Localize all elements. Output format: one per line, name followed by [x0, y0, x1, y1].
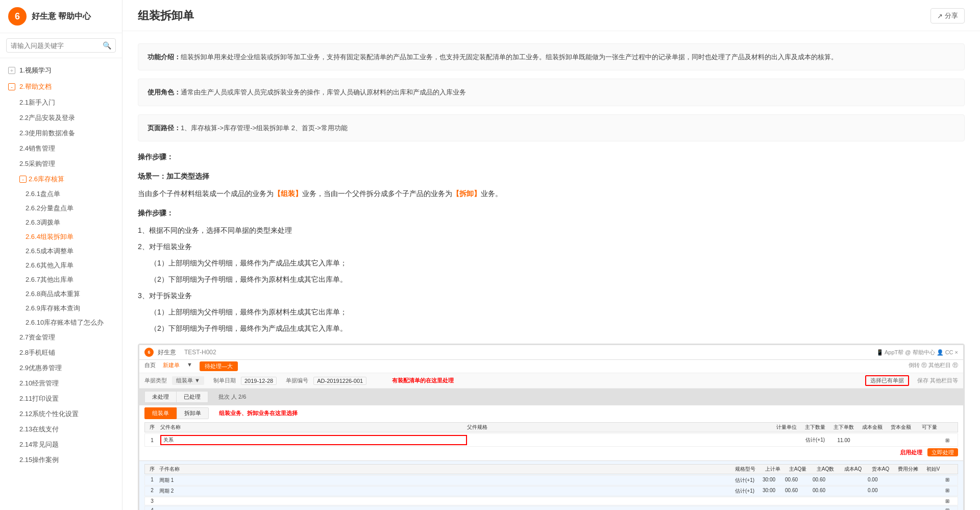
step3-1: （1）上部明细为父件明细，最终作为原材料生成其它出库单；: [138, 305, 965, 319]
collapse-icon-2.6: -: [19, 176, 27, 183]
ss-icons: 📱 AppT帮 @ 帮助中心 👤 CC ×: [876, 349, 959, 356]
ss-form-region: 组装单 拆卸单 组装业务、拆卸业务在这里选择 序 父件名称 父件规格 计量单位 …: [139, 405, 963, 460]
nav-children-docs: 2.1新手入门 2.2产品安装及登录 2.3使用前数据准备 2.4销售管理 2.…: [0, 95, 122, 468]
ss-logo-icon: 6: [144, 348, 154, 357]
nav-tree: + 1.视频学习 - 2.帮助文档 2.1新手入门 2.2产品安装及登录 2.3…: [0, 58, 122, 510]
share-icon: ↗: [937, 12, 943, 20]
ss-menu-newdoc: 新建单: [163, 361, 180, 371]
ss-app-name: 好生意: [158, 348, 176, 357]
ss-menu-home: 自页: [144, 361, 156, 371]
sidebar-item-2.9[interactable]: 2.9优惠券管理: [19, 360, 122, 376]
sidebar-item-2.7[interactable]: 2.7资金管理: [19, 330, 122, 345]
sidebar-item-2.1[interactable]: 2.1新手入门: [19, 95, 122, 110]
expand-icon-video: +: [8, 67, 15, 74]
sidebar-item-2.6.9[interactable]: 2.6.9库存账本查询: [26, 301, 122, 315]
sidebar-item-2.6.6[interactable]: 2.6.6其他入库单: [26, 258, 122, 273]
ops-title: 操作步骤：: [138, 150, 965, 164]
step2-1: （1）上部明细为父件明细，最终作为产成品生成其它入库单；: [138, 256, 965, 270]
role-block: 使用角色：通常由生产人员或库管人员完成拆装业务的操作，库管人员确认原材料的出库和…: [138, 79, 965, 106]
screenshot-wrapper: 6 好生意 TEST-H002 📱 AppT帮 @ 帮助中心 👤 CC × 自页…: [138, 344, 964, 510]
ss-body: 未处理 已处理 批次 人 2/6 组装单 拆卸单 组装业务、拆卸业务在这里选择: [139, 388, 963, 510]
sidebar-item-2.11[interactable]: 2.11打印设置: [19, 391, 122, 406]
ss-sub-area: 序 子件名称 规格型号 上计单 主AQ量 主AQ数 成本AQ 货本AQ 费用分摊…: [139, 460, 963, 510]
sidebar-item-2.6.5[interactable]: 2.6.5成本调整单: [26, 244, 122, 258]
ss-parent-name-input[interactable]: 关系: [160, 435, 467, 445]
step3-2: （2）下部明细为子件明细，最终作为产成品生成其它入库单。: [138, 321, 965, 335]
path-text: 1、库存核算->库存管理->组装拆卸单 2、首页->常用功能: [181, 124, 348, 132]
page-title: 组装拆卸单: [138, 8, 194, 23]
sidebar-item-2.15[interactable]: 2.15操作案例: [19, 452, 122, 468]
ss-type-tab-disassemble[interactable]: 拆卸单: [177, 407, 209, 419]
ss-type-tabs-row: 组装单 拆卸单 组装业务、拆卸业务在这里选择: [144, 407, 958, 419]
ss-doc-header: 单据类型 组装单 ▼ 制单日期 2019-12-28 单据编号 AD-20191…: [139, 373, 963, 388]
ss-test-id: TEST-H002: [184, 349, 216, 356]
sidebar-item-2.6[interactable]: -2.6库存核算: [19, 172, 122, 187]
ss-callout2: 组装业务、拆卸业务在这里选择: [219, 409, 298, 417]
ss-callout1: 有装配清单的在这里处理: [392, 377, 454, 384]
sidebar-item-label-video: 1.视频学习: [19, 66, 52, 75]
sidebar-item-2.12[interactable]: 2.12系统个性化设置: [19, 406, 122, 422]
ss-type-tab-assemble[interactable]: 组装单: [144, 407, 177, 419]
ss-save-btn: 保存 其他栏目等: [917, 377, 958, 384]
role-text: 通常由生产人员或库管人员完成拆装业务的操作，库管人员确认原材料的出库和产成品的入…: [181, 88, 466, 96]
ops-title2: 操作步骤：: [138, 206, 965, 220]
main-content: 功能介绍：组装拆卸单用来处理企业组装或拆卸等加工业务，支持有固定装配清单的产品加…: [122, 31, 980, 510]
sidebar-item-2.3[interactable]: 2.3使用前数据准备: [19, 126, 122, 141]
ss-bill-label: 单据编号: [286, 377, 308, 384]
ss-tab-done[interactable]: 已处理: [176, 391, 208, 403]
ss-tab-pending[interactable]: 未处理: [144, 391, 177, 403]
ss-menu-bar: 自页 新建单 ▼ 待处理—大 倒转 ⑪ 其他栏目 ⑪: [139, 360, 963, 373]
ss-pending-btn: 待处理—大: [200, 361, 238, 371]
sidebar: 6 好生意 帮助中心 🔍 + 1.视频学习 - 2.帮助文档 2.1新手入门 2…: [0, 0, 122, 510]
main-header: 组装拆卸单 ↗ 分享: [122, 0, 980, 31]
search-icon[interactable]: 🔍: [103, 41, 111, 50]
ss-bill-val: AD-20191226-001: [313, 377, 366, 385]
nav-grandchildren-2.6: 2.6.1盘点单 2.6.2分量盘点单 2.6.3调拨单 2.6.4组装拆卸单 …: [19, 187, 122, 330]
ss-callout3: 启用处理: [900, 449, 922, 455]
scenario1-title: 场景一：加工类型选择: [138, 169, 965, 183]
ss-date-val: 2019-12-28: [241, 377, 277, 385]
ss-sub-row4: 4 ⊞: [144, 506, 958, 510]
ss-doc-type-label: 单据类型: [144, 377, 167, 384]
sidebar-item-2.6.10[interactable]: 2.6.10库存账本错了怎么办: [26, 315, 122, 330]
step1: 1、根据不同的业务，选择不同单据的类型来处理: [138, 223, 965, 237]
screenshot-container: 6 好生意 TEST-H002 📱 AppT帮 @ 帮助中心 👤 CC × 自页…: [138, 344, 965, 510]
sidebar-item-2.6.3[interactable]: 2.6.3调拨单: [26, 215, 122, 230]
sidebar-item-2.5[interactable]: 2.5采购管理: [19, 156, 122, 172]
share-button[interactable]: ↗ 分享: [930, 8, 965, 23]
collapse-icon-docs: -: [8, 83, 15, 90]
ss-count-label: 批次 人 2/6: [218, 393, 246, 401]
sidebar-item-2.2[interactable]: 2.2产品安装及登录: [19, 110, 122, 126]
sidebar-item-2.6.2[interactable]: 2.6.2分量盘点单: [26, 201, 122, 215]
step2-2: （2）下部明细为子件明细，最终作为原材料生成其它出库单。: [138, 272, 965, 286]
step3: 3、对于拆装业务: [138, 288, 965, 303]
ss-sub-table-header: 序 子件名称 规格型号 上计单 主AQ量 主AQ数 成本AQ 货本AQ 费用分摊…: [144, 464, 958, 474]
search-input[interactable]: [11, 42, 103, 50]
sidebar-item-2.14[interactable]: 2.14常见问题: [19, 437, 122, 452]
ss-sub-row2: 2 周期 2 估计(+1) 30:00 00.60 00.60 0.00 ⊞: [144, 486, 958, 496]
sidebar-item-video[interactable]: + 1.视频学习: [0, 62, 122, 79]
ss-doc-type-val: 组装单 ▼: [172, 376, 204, 385]
sidebar-item-docs[interactable]: - 2.帮助文档: [0, 79, 122, 95]
nav-section-docs: - 2.帮助文档 2.1新手入门 2.2产品安装及登录 2.3使用前数据准备 2…: [0, 79, 122, 468]
ss-window-titlebar: 6 好生意 TEST-H002 📱 AppT帮 @ 帮助中心 👤 CC ×: [139, 345, 963, 360]
sidebar-item-2.6.7[interactable]: 2.6.7其他出库单: [26, 273, 122, 287]
ss-select-bill-btn: 选择已有单据: [865, 375, 909, 386]
role-label: 使用角色：: [148, 88, 181, 96]
main-panel: 组装拆卸单 ↗ 分享 功能介绍：组装拆卸单用来处理企业组装或拆卸等加工业务，支持…: [122, 0, 980, 510]
sidebar-item-label-docs: 2.帮助文档: [19, 82, 52, 91]
sidebar-item-2.6.8[interactable]: 2.6.8商品成本重算: [26, 287, 122, 301]
ss-tabs-row: 未处理 已处理 批次 人 2/6: [139, 388, 963, 405]
sidebar-item-2.6.1[interactable]: 2.6.1盘点单: [26, 187, 122, 201]
ss-callout3-area: 启用处理 立即处理: [144, 448, 958, 456]
sidebar-item-2.10[interactable]: 2.10经营管理: [19, 376, 122, 391]
sidebar-item-2.13[interactable]: 2.13在线支付: [19, 422, 122, 437]
ss-process-btn[interactable]: 立即处理: [927, 448, 958, 456]
path-label: 页面路径：: [148, 124, 181, 132]
ss-sub-row3: 3 ⊞: [144, 497, 958, 505]
sidebar-item-2.4[interactable]: 2.4销售管理: [19, 141, 122, 156]
content-body: 操作步骤： 场景一：加工类型选择 当由多个子件材料组装成一个成品的业务为【组装】…: [138, 150, 965, 335]
search-box: 🔍: [6, 38, 116, 53]
sidebar-item-2.8[interactable]: 2.8手机旺铺: [19, 345, 122, 360]
sidebar-item-2.6.4[interactable]: 2.6.4组装拆卸单: [26, 230, 122, 244]
